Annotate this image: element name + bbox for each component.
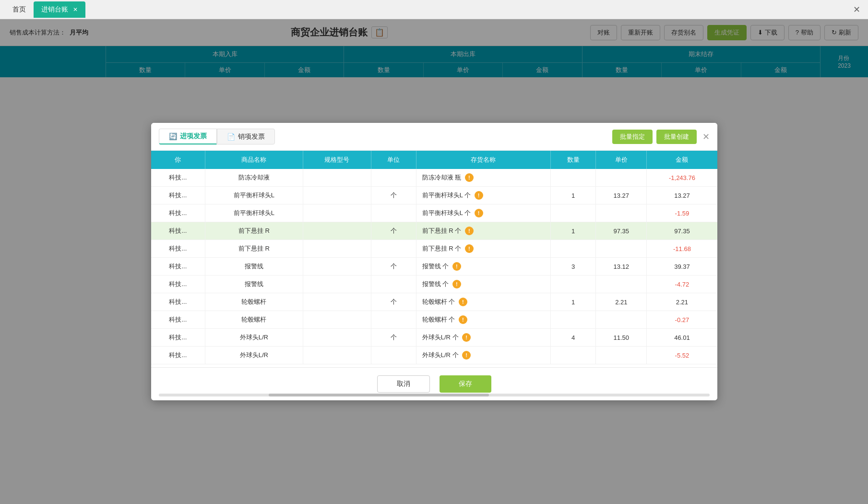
cell-price: 97.35 — [596, 222, 647, 240]
table-row[interactable]: 科技... 轮毂螺杆 轮毂螺杆 个 ! -0.27 — [151, 311, 717, 329]
table-row[interactable]: 科技... 轮毂螺杆 个 轮毂螺杆 个 ! 1 2.21 2.21 — [151, 293, 717, 311]
cell-product-name: 轮毂螺杆 — [205, 311, 303, 329]
cell-spec — [303, 222, 371, 240]
cell-unit — [371, 311, 416, 329]
cell-product-name: 报警线 — [205, 276, 303, 293]
cell-inventory-name: 前下悬挂 R 个 ! — [416, 222, 550, 240]
table-row[interactable]: 科技... 前平衡杆球头L 个 前平衡杆球头L 个 ! 1 13.27 13.2… — [151, 187, 717, 204]
col-header-product-name: 商品名称 — [205, 151, 303, 169]
warning-icon: ! — [452, 280, 461, 288]
table-row[interactable]: 科技... 报警线 个 报警线 个 ! 3 13.12 39.37 — [151, 258, 717, 276]
col-header-spec: 规格型号 — [303, 151, 371, 169]
cell-qty: 1 — [551, 222, 596, 240]
cell-spec — [303, 311, 371, 329]
cell-product-name: 外球头L/R — [205, 347, 303, 364]
tab-bar: 首页 进销台账 ✕ ✕ — [0, 0, 868, 19]
horizontal-scrollbar[interactable] — [159, 394, 710, 396]
cell-qty — [551, 169, 596, 187]
cell-spec — [303, 258, 371, 276]
cell-product-name: 防冻冷却液 — [205, 169, 303, 187]
cell-inventory-name: 报警线 个 ! — [416, 258, 550, 276]
cell-unit — [371, 276, 416, 293]
cell-spec — [303, 276, 371, 293]
modal-overlay: 🔄 进项发票 📄 销项发票 批量指定 批量创建 ✕ — [0, 19, 868, 504]
sales-invoice-icon: 📄 — [227, 133, 235, 141]
cell-spec — [303, 187, 371, 204]
table-row[interactable]: 科技... 报警线 报警线 个 ! -4.72 — [151, 276, 717, 293]
table-row[interactable]: 科技... 前下悬挂 R 前下悬挂 R 个 ! -11.68 — [151, 240, 717, 258]
table-header-row: 你 商品名称 规格型号 单位 存货名称 数量 单价 金额 — [151, 151, 717, 169]
cell-qty: 1 — [551, 187, 596, 204]
cell-spec — [303, 347, 371, 364]
cell-spec — [303, 293, 371, 311]
tab-sales-invoice[interactable]: 📄 销项发票 — [217, 129, 275, 144]
cell-unit: 个 — [371, 293, 416, 311]
cell-amount: -0.27 — [647, 311, 717, 329]
cell-amount: -4.72 — [647, 276, 717, 293]
table-row[interactable]: 科技... 防冻冷却液 防冻冷却液 瓶 ! -1,243.76 — [151, 169, 717, 187]
batch-create-button[interactable]: 批量创建 — [656, 130, 697, 144]
cell-unit — [371, 204, 416, 222]
warning-icon: ! — [462, 351, 471, 360]
cell-amount: -1,243.76 — [647, 169, 717, 187]
modal-close-icon[interactable]: ✕ — [702, 132, 710, 142]
scroll-thumb[interactable] — [269, 394, 489, 396]
modal-header: 🔄 进项发票 📄 销项发票 批量指定 批量创建 ✕ — [151, 123, 717, 151]
cell-spec — [303, 204, 371, 222]
table-row[interactable]: 科技... 外球头L/R 个 外球头L/R 个 ! 4 11.50 46.01 — [151, 329, 717, 347]
warning-icon: ! — [465, 244, 474, 253]
cell-inventory-name: 报警线 个 ! — [416, 276, 550, 293]
cell-spec — [303, 329, 371, 347]
cell-company: 科技... — [151, 276, 205, 293]
main-area: 销售成本计算方法： 月平均 商贸企业进销台账 📋 对账 重新开账 存货别名 生成… — [0, 19, 868, 504]
cell-inventory-name: 轮毂螺杆 个 ! — [416, 311, 550, 329]
cell-company: 科技... — [151, 222, 205, 240]
cell-unit — [371, 169, 416, 187]
cell-product-name: 外球头L/R — [205, 329, 303, 347]
window-close-icon[interactable]: ✕ — [853, 4, 860, 15]
cell-price — [596, 311, 647, 329]
cell-price — [596, 347, 647, 364]
cell-company: 科技... — [151, 240, 205, 258]
table-row[interactable]: 科技... 前下悬挂 R 个 前下悬挂 R 个 ! 1 97.35 97.35 — [151, 222, 717, 240]
cell-unit — [371, 347, 416, 364]
cell-amount: 46.01 — [647, 329, 717, 347]
cell-inventory-name: 外球头L/R 个 ! — [416, 347, 550, 364]
cell-amount: -1.59 — [647, 204, 717, 222]
cell-unit — [371, 240, 416, 258]
cell-unit: 个 — [371, 222, 416, 240]
cell-amount: 13.27 — [647, 187, 717, 204]
tab-inventory[interactable]: 进销台账 ✕ — [34, 1, 85, 18]
table-row[interactable]: 科技... 前平衡杆球头L 前平衡杆球头L 个 ! -1.59 — [151, 204, 717, 222]
cell-unit: 个 — [371, 187, 416, 204]
cell-qty — [551, 311, 596, 329]
modal-table[interactable]: 你 商品名称 规格型号 单位 存货名称 数量 单价 金额 科技... 防冻冷却液 — [151, 151, 717, 364]
cell-price: 2.21 — [596, 293, 647, 311]
batch-assign-button[interactable]: 批量指定 — [612, 130, 653, 144]
cell-company: 科技... — [151, 347, 205, 364]
tab-close-icon[interactable]: ✕ — [73, 6, 78, 13]
warning-icon: ! — [452, 262, 461, 271]
cancel-button[interactable]: 取消 — [377, 375, 430, 393]
save-button[interactable]: 保存 — [440, 375, 491, 393]
cell-amount: 2.21 — [647, 293, 717, 311]
tab-home[interactable]: 首页 — [5, 1, 34, 18]
tab-purchase-invoice[interactable]: 🔄 进项发票 — [159, 129, 217, 144]
cell-qty — [551, 347, 596, 364]
table-row[interactable]: 科技... 外球头L/R 外球头L/R 个 ! -5.52 — [151, 347, 717, 364]
cell-price: 13.27 — [596, 187, 647, 204]
cell-product-name: 前平衡杆球头L — [205, 187, 303, 204]
cell-spec — [303, 169, 371, 187]
col-header-qty: 数量 — [551, 151, 596, 169]
cell-company: 科技... — [151, 311, 205, 329]
purchase-invoice-icon: 🔄 — [169, 132, 177, 140]
cell-spec — [303, 240, 371, 258]
cell-company: 科技... — [151, 204, 205, 222]
modal-tabs: 🔄 进项发票 📄 销项发票 — [159, 129, 275, 144]
cell-product-name: 前下悬挂 R — [205, 222, 303, 240]
cell-price — [596, 169, 647, 187]
cell-unit: 个 — [371, 258, 416, 276]
cell-company: 科技... — [151, 187, 205, 204]
cell-product-name: 报警线 — [205, 258, 303, 276]
cell-product-name: 前平衡杆球头L — [205, 204, 303, 222]
